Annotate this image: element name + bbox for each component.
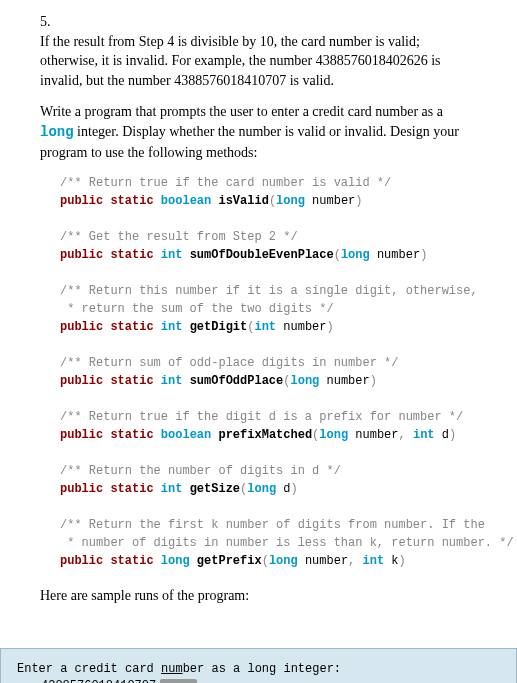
kw-type: int <box>161 248 183 262</box>
param-name: number <box>355 428 398 442</box>
param-type: int <box>363 554 385 568</box>
kw-public: public <box>60 248 103 262</box>
method-name: prefixMatched <box>218 428 312 442</box>
kw-static: static <box>110 320 153 334</box>
m2-comment: /** Get the result from Step 2 */ <box>60 230 298 244</box>
input-line: 4388576018410707↵Enter <box>41 678 500 683</box>
m7-comment1: /** Return the first k number of digits … <box>60 518 485 532</box>
kw-public: public <box>60 428 103 442</box>
long-keyword: long <box>40 124 74 140</box>
kw-type: boolean <box>161 194 211 208</box>
kw-type: long <box>161 554 190 568</box>
method-name: getPrefix <box>197 554 262 568</box>
kw-type: int <box>161 320 183 334</box>
kw-type: int <box>161 374 183 388</box>
enter-key-icon: ↵Enter <box>160 679 197 683</box>
param-type: int <box>254 320 276 334</box>
m5-comment: /** Return true if the digit d is a pref… <box>60 410 463 424</box>
m1-comment: /** Return true if the card number is va… <box>60 176 391 190</box>
param-type: int <box>413 428 435 442</box>
method-name: getSize <box>190 482 240 496</box>
param-type: long <box>290 374 319 388</box>
problem-main: Write a program that prompts the user to… <box>40 102 477 162</box>
m6-comment: /** Return the number of digits in d */ <box>60 464 341 478</box>
kw-public: public <box>60 554 103 568</box>
param-name: number <box>312 194 355 208</box>
param-name: number <box>305 554 348 568</box>
kw-public: public <box>60 482 103 496</box>
param-type: long <box>269 554 298 568</box>
kw-public: public <box>60 374 103 388</box>
param-type: long <box>341 248 370 262</box>
main-text-2: integer. Display whether the number is v… <box>40 124 459 160</box>
kw-static: static <box>110 554 153 568</box>
m4-comment: /** Return sum of odd-place digits in nu… <box>60 356 398 370</box>
kw-public: public <box>60 320 103 334</box>
param-name: number <box>283 320 326 334</box>
kw-public: public <box>60 194 103 208</box>
param-type: long <box>319 428 348 442</box>
sample-label: Here are sample runs of the program: <box>40 588 477 604</box>
document-content: 5. If the result from Step 4 is divisibl… <box>0 0 517 630</box>
problem-step-5: 5. If the result from Step 4 is divisibl… <box>40 12 477 90</box>
param-type: long <box>276 194 305 208</box>
param-type: long <box>247 482 276 496</box>
param-name: d <box>283 482 290 496</box>
param-name: k <box>391 554 398 568</box>
main-text-1: Write a program that prompts the user to… <box>40 104 443 119</box>
param-name: number <box>327 374 370 388</box>
prompt-line: Enter a credit card number as a long int… <box>17 661 500 678</box>
m3-comment2: * return the sum of the two digits */ <box>60 302 334 316</box>
method-name: isValid <box>218 194 268 208</box>
sample-run-1: Enter a credit card number as a long int… <box>0 648 517 683</box>
kw-static: static <box>110 374 153 388</box>
method-name: getDigit <box>190 320 248 334</box>
kw-static: static <box>110 194 153 208</box>
m7-comment2: * number of digits in number is less tha… <box>60 536 514 550</box>
kw-type: int <box>161 482 183 496</box>
param-name: number <box>377 248 420 262</box>
kw-static: static <box>110 248 153 262</box>
kw-type: boolean <box>161 428 211 442</box>
param-name: d <box>442 428 449 442</box>
code-block: /** Return true if the card number is va… <box>60 174 477 570</box>
problem-number: 5. <box>40 12 60 32</box>
m3-comment1: /** Return this number if it is a single… <box>60 284 478 298</box>
method-name: sumOfDoubleEvenPlace <box>190 248 334 262</box>
kw-static: static <box>110 482 153 496</box>
kw-static: static <box>110 428 153 442</box>
step-text: If the result from Step 4 is divisible b… <box>40 32 455 91</box>
method-name: sumOfOddPlace <box>190 374 284 388</box>
